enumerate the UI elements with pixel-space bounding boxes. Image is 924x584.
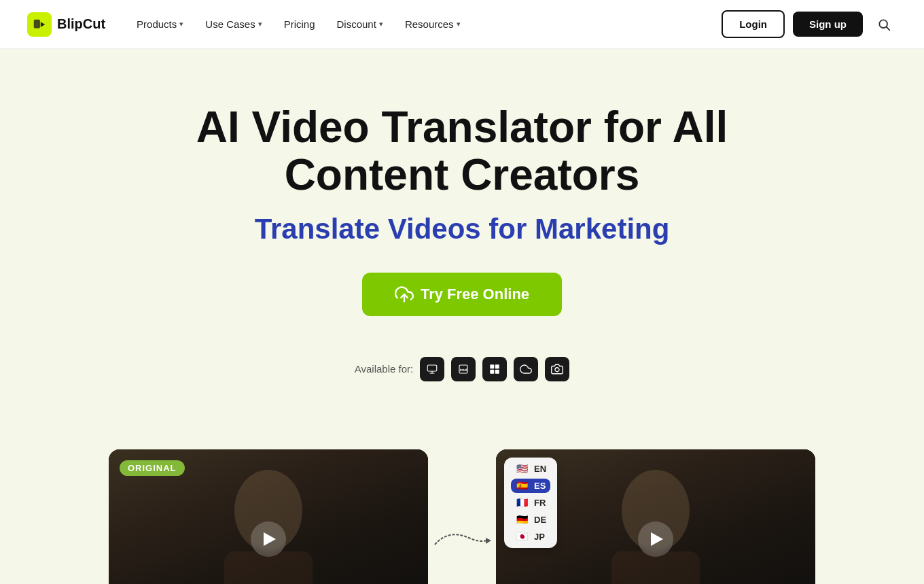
svg-rect-5 [427, 365, 437, 371]
svg-line-3 [887, 27, 890, 30]
platform-icon-cloud[interactable] [514, 357, 538, 381]
language-selector[interactable]: 🇺🇸 EN 🇪🇸 ES 🇫🇷 FR 🇩🇪 DE 🇯🇵 JP [504, 458, 557, 548]
flag-jp: 🇯🇵 [515, 532, 529, 541]
navbar: BlipCut Products ▾ Use Cases ▾ Pricing D… [0, 0, 924, 49]
logo-link[interactable]: BlipCut [27, 12, 105, 37]
search-button[interactable] [871, 12, 897, 37]
logo-text: BlipCut [57, 16, 105, 32]
nav-actions: Login Sign up [722, 10, 897, 38]
original-badge: ORIGINAL [120, 460, 185, 476]
svg-rect-13 [495, 370, 499, 374]
svg-point-14 [555, 368, 559, 372]
nav-item-usecases[interactable]: Use Cases ▾ [196, 13, 271, 35]
upload-cloud-icon [395, 285, 414, 304]
available-label: Available for: [355, 363, 413, 375]
platform-icon-intel[interactable]: intel [451, 357, 476, 381]
svg-rect-12 [490, 370, 494, 374]
nav-item-resources[interactable]: Resources ▾ [395, 13, 470, 35]
hero-subtitle-prefix: Translate Videos for [255, 213, 535, 245]
chevron-down-icon: ▾ [258, 20, 262, 29]
platform-icon-windows[interactable] [482, 357, 507, 381]
nav-item-products[interactable]: Products ▾ [127, 13, 193, 35]
flag-de: 🇩🇪 [515, 515, 529, 524]
translated-video-card: 🇺🇸 EN 🇪🇸 ES 🇫🇷 FR 🇩🇪 DE 🇯🇵 JP Puedes hab… [496, 449, 815, 584]
hero-title: AI Video Translator for All Content Crea… [136, 103, 788, 199]
login-button[interactable]: Login [722, 10, 785, 38]
flag-es: 🇪🇸 [515, 481, 529, 490]
hero-subtitle: Translate Videos for Marketing [14, 213, 910, 245]
play-button-original[interactable] [251, 521, 286, 557]
video-section: ORIGINAL You can speak Spanish 🇺🇸 EN 🇪🇸 [0, 443, 924, 584]
platform-icon-mac[interactable] [420, 357, 444, 381]
chevron-down-icon: ▾ [457, 20, 461, 29]
lang-item-jp[interactable]: 🇯🇵 JP [511, 530, 550, 544]
nav-item-pricing[interactable]: Pricing [274, 13, 325, 35]
original-video-card: ORIGINAL You can speak Spanish [109, 449, 428, 584]
lang-item-es[interactable]: 🇪🇸 ES [511, 479, 550, 493]
lang-item-de[interactable]: 🇩🇪 DE [511, 513, 550, 527]
translation-arrow-icon [431, 526, 493, 553]
flag-en: 🇺🇸 [515, 464, 529, 473]
svg-rect-11 [495, 364, 499, 368]
hero-section: AI Video Translator for All Content Crea… [0, 49, 924, 443]
svg-rect-0 [34, 19, 40, 28]
logo-icon [27, 12, 52, 37]
chevron-down-icon: ▾ [379, 20, 383, 29]
nav-links: Products ▾ Use Cases ▾ Pricing Discount … [127, 13, 722, 35]
chevron-down-icon: ▾ [179, 20, 183, 29]
svg-marker-17 [486, 538, 491, 544]
svg-text:intel: intel [460, 368, 467, 372]
play-button-translated[interactable] [638, 521, 673, 557]
svg-rect-10 [490, 364, 494, 368]
nav-item-discount[interactable]: Discount ▾ [327, 13, 393, 35]
lang-item-en[interactable]: 🇺🇸 EN [511, 462, 550, 476]
signup-button[interactable]: Sign up [793, 12, 863, 37]
cta-label: Try Free Online [421, 286, 529, 303]
cta-button[interactable]: Try Free Online [362, 273, 562, 316]
lang-item-fr[interactable]: 🇫🇷 FR [511, 496, 550, 510]
flag-fr: 🇫🇷 [515, 498, 529, 507]
available-row: Available for: intel [14, 357, 910, 381]
platform-icon-camera[interactable] [545, 357, 569, 381]
svg-marker-1 [41, 22, 45, 27]
arrow-connector [428, 526, 496, 553]
hero-subtitle-highlight: Marketing [535, 213, 669, 245]
